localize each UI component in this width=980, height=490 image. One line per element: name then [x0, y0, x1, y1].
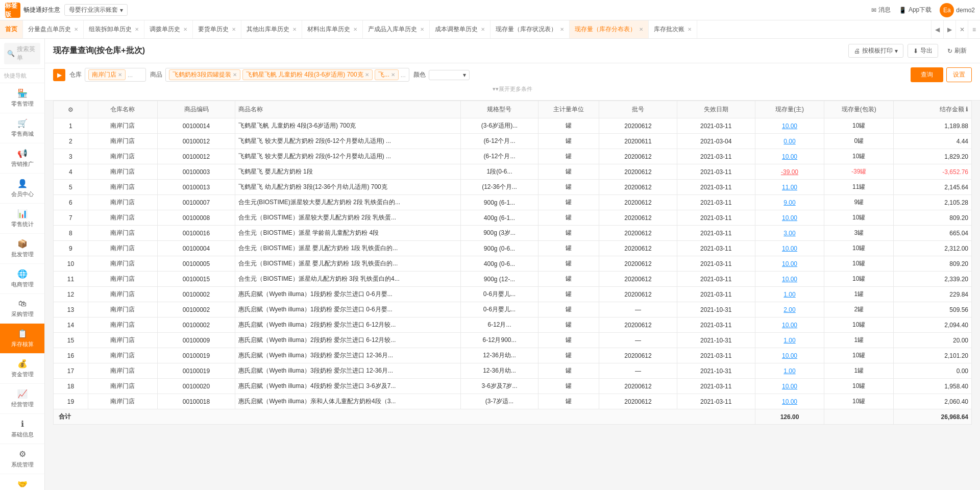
warehouse-more-btn[interactable]: ...: [128, 71, 133, 79]
message-icon: ✉: [871, 7, 876, 14]
tab-split-inventory-close[interactable]: ✕: [74, 27, 78, 32]
tab-next-btn[interactable]: ▶: [943, 20, 955, 39]
tab-finished-in[interactable]: 产成品入库单历史 ✕: [363, 20, 430, 39]
table-row: 17 南岸门店 00100019 惠氏启赋（Wyeth illuma）3段奶粉 …: [54, 363, 972, 379]
filter-expand-btn[interactable]: ▶: [53, 69, 65, 81]
tab-inventory-distribution[interactable]: 现存量（库存分布表） ✕: [570, 20, 649, 39]
product-tag-0-remove[interactable]: ✕: [233, 72, 237, 78]
cell-batch-18: 20200612: [599, 394, 677, 409]
cell-stock-main-13[interactable]: 10.00: [755, 317, 824, 333]
color-select[interactable]: ▾: [429, 70, 470, 80]
message-btn[interactable]: ✉ 消息: [871, 6, 891, 14]
product-tag-1-remove[interactable]: ✕: [365, 72, 369, 78]
cell-stock-main-15[interactable]: 10.00: [755, 348, 824, 363]
cell-stock-main-5[interactable]: 9.00: [755, 195, 824, 210]
cell-stock-main-2[interactable]: 10.00: [755, 149, 824, 164]
cell-stock-main-8[interactable]: 10.00: [755, 241, 824, 256]
tab-prev-btn[interactable]: ◀: [931, 20, 943, 39]
sidebar-item-wholesale-mgmt[interactable]: 📦 批发管理: [0, 234, 44, 264]
tab-requisition-close[interactable]: ✕: [232, 27, 236, 32]
page-title: 现存量查询(按仓库+批次): [53, 45, 145, 61]
settings-icon[interactable]: ⚙: [68, 106, 74, 113]
tab-split-inventory[interactable]: 分量盘点单历史 ✕: [23, 20, 84, 39]
sidebar-item-system-mgmt[interactable]: ⚙ 系统管理: [0, 444, 44, 474]
cell-stock-main-11[interactable]: 1.00: [755, 287, 824, 302]
tab-home[interactable]: 首页: [0, 20, 23, 39]
sidebar-item-enterprise-collab[interactable]: 🤝 企业协同: [0, 474, 44, 490]
cell-code-0: 00100014: [157, 118, 235, 134]
cell-balance-3: -3,652.76: [894, 164, 972, 180]
sidebar-item-retail-mgmt-label: 零售管理: [11, 100, 34, 108]
setting-btn[interactable]: 设置: [946, 67, 972, 82]
cell-stock-main-17[interactable]: 10.00: [755, 379, 824, 394]
message-label: 消息: [878, 6, 891, 14]
cell-stock-pkg-17: 10罐: [824, 379, 894, 394]
sidebar-item-finance-mgmt[interactable]: 💰 资金管理: [0, 354, 44, 384]
cell-stock-main-16[interactable]: 1.00: [755, 363, 824, 379]
sidebar-item-retail-shop[interactable]: 🛒 零售商城: [0, 113, 44, 143]
print-btn[interactable]: 🖨 按模板打印 ▾: [848, 44, 903, 58]
tab-finished-in-close[interactable]: ✕: [420, 27, 424, 32]
tab-material-out-close[interactable]: ✕: [353, 27, 357, 32]
tab-material-out[interactable]: 材料出库单历史 ✕: [302, 20, 363, 39]
tab-combo-close[interactable]: ✕: [135, 27, 139, 32]
product-tag-2-remove[interactable]: ✕: [391, 72, 395, 78]
tab-inventory-warehouse[interactable]: 现存量（库存状况表） ✕: [491, 20, 570, 39]
cell-balance-8: 2,312.00: [894, 241, 972, 256]
user-menu[interactable]: Ea demo2: [940, 3, 975, 17]
cell-stock-main-7[interactable]: 3.00: [755, 226, 824, 241]
tab-close-btn[interactable]: ✕: [955, 20, 968, 39]
tab-menu-btn[interactable]: ≡: [968, 20, 980, 39]
cell-stock-main-3[interactable]: -39.00: [755, 164, 824, 180]
sidebar-item-member-center[interactable]: 👤 会员中心: [0, 174, 44, 204]
sidebar-item-basic-info[interactable]: ℹ 基础信息: [0, 414, 44, 444]
print-icon: 🖨: [854, 47, 860, 55]
sidebar-item-retail-mgmt[interactable]: 🏪 零售管理: [0, 83, 44, 113]
warehouse-tag-remove[interactable]: ✕: [118, 72, 122, 78]
tab-inventory-batch[interactable]: 库存批次账 ✕: [649, 20, 697, 39]
cell-stock-main-4[interactable]: 11.00: [755, 180, 824, 195]
expand-more[interactable]: ▾▾ 展开更多条件: [53, 82, 972, 96]
tab-inventory-distribution-close[interactable]: ✕: [639, 27, 643, 32]
cell-stock-main-12[interactable]: 2.00: [755, 302, 824, 317]
color-filter-group: 颜色 ▾: [413, 70, 470, 80]
cell-stock-main-0[interactable]: 10.00: [755, 118, 824, 134]
top-bar-left: 标签版 畅捷通好生意 母婴行业演示账套 ▾: [5, 3, 128, 18]
cell-unit-15: 罐: [538, 348, 599, 363]
cell-stock-main-18[interactable]: 10.00: [755, 394, 824, 409]
cell-stock-main-1[interactable]: 0.00: [755, 134, 824, 149]
tab-cost-adjust-close[interactable]: ✕: [481, 27, 485, 32]
tab-other-out-close[interactable]: ✕: [292, 27, 297, 32]
sidebar-item-operations-mgmt[interactable]: 📈 经营管理: [0, 384, 44, 414]
tab-requisition[interactable]: 要货单历史 ✕: [193, 20, 241, 39]
tab-inventory-batch-close[interactable]: ✕: [688, 27, 692, 32]
sidebar-nav-label: 快捷导航: [0, 69, 44, 83]
tab-other-out[interactable]: 其他出库单历史 ✕: [241, 20, 302, 39]
cell-stock-main-14[interactable]: 1.00: [755, 333, 824, 348]
tab-combo-disassemble[interactable]: 组装拆卸单历史 ✕: [84, 20, 144, 39]
tab-inventory-warehouse-close[interactable]: ✕: [560, 27, 564, 32]
sidebar-item-marketing[interactable]: 📢 营销推广: [0, 143, 44, 174]
refresh-btn[interactable]: ↻ 刷新: [942, 44, 972, 57]
table-row: 3 南岸门店 00100012 飞鹤星飞 较大婴儿配方奶粉 2段(6-12个月婴…: [54, 149, 972, 164]
sidebar-item-retail-stats-label: 零售统计: [11, 220, 34, 228]
cell-code-18: 00100018: [157, 394, 235, 409]
tab-picking[interactable]: 调拨单历史 ✕: [144, 20, 193, 39]
tab-cost-adjust[interactable]: 成本调整单历史 ✕: [430, 20, 491, 39]
cell-stock-main-9[interactable]: 10.00: [755, 256, 824, 272]
sidebar-item-retail-stats[interactable]: 📊 零售统计: [0, 204, 44, 234]
cell-stock-main-10[interactable]: 10.00: [755, 272, 824, 287]
tab-picking-close[interactable]: ✕: [183, 27, 187, 32]
sidebar-search-box[interactable]: 🔍 搜索英单: [4, 43, 40, 64]
export-btn[interactable]: ⬇ 导出: [908, 44, 938, 58]
sidebar-item-ecommerce[interactable]: 🌐 电商管理: [0, 264, 44, 294]
search-btn[interactable]: 查询: [911, 67, 943, 82]
app-download-btn[interactable]: 📱 App下载: [899, 6, 932, 14]
product-more-btn[interactable]: ...: [401, 71, 406, 79]
sidebar-item-purchase-mgmt[interactable]: 🛍 采购管理: [0, 294, 44, 324]
workspace-selector[interactable]: 母婴行业演示账套 ▾: [64, 4, 128, 16]
cell-stock-main-6[interactable]: 10.00: [755, 210, 824, 226]
cell-stock-pkg-6: 10罐: [824, 210, 894, 226]
tab-requisition-label: 要货单历史: [198, 25, 229, 34]
sidebar-item-inventory-check[interactable]: 📋 库存核算: [0, 324, 44, 354]
